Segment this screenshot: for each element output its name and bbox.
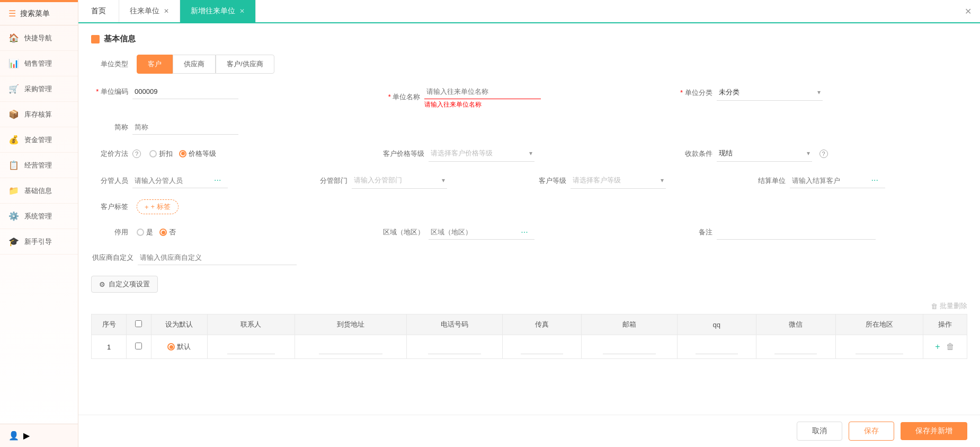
region-input-wrapper: ···: [429, 225, 534, 240]
row-default-radio[interactable]: 默认: [156, 342, 203, 352]
ops-icon: 📋: [8, 160, 19, 170]
chevron-down-icon5: ▾: [661, 177, 664, 184]
chevron-down-icon3: ▾: [807, 150, 810, 157]
unit-category-select[interactable]: 未分类 ▾: [717, 84, 823, 101]
contact-input[interactable]: [227, 339, 275, 354]
wechat-input[interactable]: [774, 339, 817, 354]
customer-level-select[interactable]: 请选择客户等级 ▾: [571, 172, 666, 189]
manager-more-btn[interactable]: ···: [212, 176, 223, 185]
payment-terms-select[interactable]: 现结 ▾: [717, 145, 812, 162]
pricing-help-icon[interactable]: ?: [132, 150, 141, 158]
custom-settings-label: 自定义项设置: [109, 279, 150, 289]
qq-input[interactable]: [696, 339, 738, 354]
settlement-more-btn[interactable]: ···: [869, 176, 880, 185]
save-and-new-button[interactable]: 保存并新增: [901, 422, 967, 440]
note-input[interactable]: [717, 225, 876, 240]
sidebar-item-ops-mgmt[interactable]: 📋 经营管理: [0, 153, 78, 178]
sales-icon: 📊: [8, 58, 19, 68]
custom-settings-button[interactable]: ⚙ 自定义项设置: [91, 276, 158, 293]
cell-fax: [502, 335, 582, 359]
customer-price-placeholder: 请选择客户价格等级: [431, 148, 527, 158]
cell-action: + 🗑: [923, 335, 967, 359]
customer-price-select[interactable]: 请选择客户价格等级 ▾: [429, 145, 534, 162]
main-content: 首页 往来单位 ✕ 新增往来单位 ✕ ✕ 基本信息 单位类型 客户 供应商 客户…: [78, 0, 980, 447]
sidebar-item-label: 采购管理: [24, 84, 52, 94]
batch-delete-label[interactable]: 批量删除: [940, 301, 967, 311]
sidebar-item-new-guide[interactable]: 🎓 新手引导: [0, 229, 78, 255]
sidebar-search[interactable]: ☰ 搜索菜单: [0, 2, 78, 25]
cell-contact: [207, 335, 295, 359]
unit-name-input[interactable]: [424, 84, 541, 99]
sidebar-item-sales-mgmt[interactable]: 📊 销售管理: [0, 51, 78, 76]
region-input[interactable]: [429, 225, 519, 239]
sidebar-bottom[interactable]: 👤 ▶: [0, 424, 78, 447]
sidebar: ☰ 搜索菜单 🏠 快捷导航 📊 销售管理 🛒 采购管理 📦 库存核算 💰 资金管…: [0, 0, 78, 447]
dept-select[interactable]: 请输入分管部门 ▾: [352, 172, 447, 189]
sidebar-item-quick-nav[interactable]: 🏠 快捷导航: [0, 25, 78, 51]
delete-row-btn[interactable]: 🗑: [946, 342, 955, 351]
region-more-btn[interactable]: ···: [519, 227, 530, 237]
type-btn-supplier[interactable]: 供应商: [173, 55, 216, 74]
page-content: 基本信息 单位类型 客户 供应商 客户/供应商 单位编码 单位名称: [78, 23, 980, 415]
add-row-btn[interactable]: +: [935, 342, 940, 351]
table-row: 1 默认: [92, 335, 967, 359]
tab-new-contact[interactable]: 新增往来单位 ✕: [180, 0, 256, 22]
pricing-discount-label: 折扣: [159, 149, 173, 159]
basic-info-icon: 📁: [8, 186, 19, 196]
short-name-input[interactable]: [132, 120, 238, 135]
tab-new-contact-close-icon[interactable]: ✕: [239, 7, 245, 15]
sidebar-item-basic-info[interactable]: 📁 基础信息: [0, 178, 78, 204]
radio-level-circle: [179, 150, 186, 157]
select-all-checkbox[interactable]: [135, 320, 142, 327]
customer-price-label: 客户价格等级: [383, 149, 424, 159]
col-wechat: 微信: [756, 314, 836, 335]
type-btn-both[interactable]: 客户/供应商: [216, 55, 274, 74]
disabled-no-radio[interactable]: 否: [159, 227, 176, 237]
tab-contacts[interactable]: 往来单位 ✕: [119, 0, 180, 22]
gear-icon: ⚙: [99, 281, 105, 288]
supplier-custom-input[interactable]: [138, 250, 297, 265]
radio-discount-circle: [149, 150, 157, 157]
sidebar-item-inventory[interactable]: 📦 库存核算: [0, 102, 78, 127]
col-default: 设为默认: [151, 314, 207, 335]
sidebar-item-purchase-mgmt[interactable]: 🛒 采购管理: [0, 76, 78, 102]
payment-help-icon[interactable]: ?: [819, 150, 828, 158]
sidebar-item-sys-mgmt[interactable]: ⚙️ 系统管理: [0, 204, 78, 229]
settlement-label: 结算单位: [749, 176, 786, 186]
disabled-yes-radio[interactable]: 是: [137, 227, 153, 237]
settlement-input[interactable]: [790, 173, 869, 188]
tab-contacts-close-icon[interactable]: ✕: [164, 7, 169, 15]
add-tag-button[interactable]: + + 标签: [137, 199, 179, 214]
fax-input[interactable]: [521, 339, 563, 354]
section-title: 基本信息: [91, 34, 967, 44]
unit-name-label: 单位名称: [383, 92, 420, 102]
address-input[interactable]: [319, 339, 382, 354]
tab-home[interactable]: 首页: [78, 0, 119, 22]
save-button[interactable]: 保存: [849, 422, 894, 441]
pricing-radio-group: 折扣 价格等级: [149, 149, 216, 159]
type-btn-customer[interactable]: 客户: [137, 55, 173, 74]
chevron-down-icon: ▾: [817, 89, 821, 96]
customer-level-label: 客户等级: [529, 176, 566, 186]
window-close-button[interactable]: ✕: [956, 6, 980, 16]
email-input[interactable]: [603, 339, 656, 354]
disabled-yes-label: 是: [146, 227, 153, 237]
payment-terms-value: 现结: [719, 148, 805, 158]
manager-input[interactable]: [132, 173, 212, 188]
disabled-radio-group: 是 否: [137, 227, 176, 237]
cancel-button[interactable]: 取消: [797, 422, 842, 441]
home-icon: 🏠: [8, 33, 19, 43]
pricing-radio-discount[interactable]: 折扣: [149, 149, 173, 159]
region-cell-input[interactable]: [856, 339, 903, 354]
phone-input[interactable]: [428, 339, 481, 354]
unit-code-input[interactable]: [132, 84, 238, 99]
unit-category-value: 未分类: [719, 87, 815, 97]
unit-type-field: 单位类型 客户 供应商 客户/供应商: [91, 55, 274, 74]
sidebar-item-finance-mgmt[interactable]: 💰 资金管理: [0, 127, 78, 153]
row-checkbox[interactable]: [135, 343, 142, 349]
payment-terms-label: 收款条件: [675, 149, 712, 159]
radio-default-circle: [167, 343, 175, 350]
manager-input-wrapper: ···: [132, 173, 228, 188]
customer-price-field: 客户价格等级 请选择客户价格等级 ▾: [383, 145, 675, 162]
pricing-radio-level[interactable]: 价格等级: [179, 149, 216, 159]
